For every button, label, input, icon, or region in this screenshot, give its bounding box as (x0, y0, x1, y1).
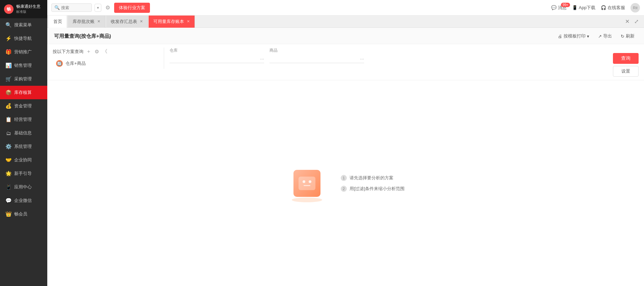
query-button[interactable]: 查询 (613, 53, 639, 64)
sidebar-item-marketing[interactable]: 🎁营销推广 (0, 45, 47, 59)
shadow-ellipse (292, 198, 322, 202)
edit-scheme-button[interactable]: ⚙ (94, 48, 100, 55)
message-button[interactable]: 💬 消息 99+ (551, 5, 567, 11)
sidebar-label-member: 畅会员 (14, 211, 27, 217)
sidebar-icon-wechat: 💬 (5, 198, 11, 204)
tab-summary[interactable]: 收发存汇总表✕ (106, 16, 148, 28)
sidebar-item-basic[interactable]: 🗂基础信息 (0, 126, 47, 140)
goods-input[interactable] (269, 56, 359, 61)
sidebar-label-newguide: 新手引导 (14, 171, 32, 177)
sidebar-item-newguide[interactable]: 🌟新手引导 (0, 167, 47, 180)
sidebar-label-finance: 资金管理 (14, 103, 32, 109)
topbar-dropdown[interactable]: ▾ (95, 4, 101, 12)
query-scheme-col: 按以下方案查询 ＋ ⚙ 《 🔄仓库+商品 (53, 48, 164, 69)
settings-button[interactable]: 设置 (613, 66, 639, 77)
sidebar-label-basic: 基础信息 (14, 130, 32, 136)
sidebar-logo: 畅 (4, 4, 14, 14)
scheme-label: 按以下方案查询 (53, 49, 83, 55)
main-area: 🔍 ▾ ⚙ 体验行业方案 💬 消息 99+ 📱 App下载 🎧 在线客服 Rit (47, 0, 644, 286)
sidebar-label-marketing: 营销推广 (14, 49, 32, 55)
scheme-item-warehouse_goods[interactable]: 🔄仓库+商品 (53, 58, 160, 69)
sidebar-icon-marketing: 🎁 (5, 49, 11, 55)
query-actions: 查询 设置 (609, 48, 639, 77)
message-icon: 💬 (551, 5, 557, 10)
sidebar-label-inventory: 库存核算 (14, 89, 32, 96)
refresh-button[interactable]: ↻ 刷新 (618, 32, 637, 41)
sidebar-item-appcenter[interactable]: 📱应用中心 (0, 180, 47, 194)
page-title: 可用量查询(按仓库+商品) (54, 33, 111, 40)
sidebar-item-sales[interactable]: 📊销售管理 (0, 59, 47, 72)
tab-close-available[interactable]: ✕ (187, 19, 190, 24)
sidebar-label-enterprise: 企业协同 (14, 157, 32, 163)
sidebar-label-sales: 销售管理 (14, 62, 32, 69)
chevron-down-icon: ▾ (587, 34, 589, 39)
sidebar-item-enterprise[interactable]: 🤝企业协同 (0, 153, 47, 167)
sidebar-brand: 畅康通好生意 标准版 (16, 4, 41, 14)
topbar-search-box[interactable]: 🔍 (51, 3, 92, 12)
warehouse-more-button[interactable]: ··· (260, 56, 264, 61)
sidebar-item-shortcut[interactable]: ⚡快捷导航 (0, 32, 47, 45)
goods-label: 商品 (269, 48, 364, 53)
sidebar-scroll: 🔍搜索菜单⚡快捷导航🎁营销推广📊销售管理🛒采购管理📦库存核算💰资金管理📋经营管理… (0, 18, 47, 286)
sidebar-item-member[interactable]: 👑畅会员 (0, 207, 47, 221)
print-button[interactable]: 🖨 按模板打印 ▾ (555, 32, 592, 41)
expand-tab-button[interactable]: ⤢ (633, 18, 640, 25)
sidebar-icon-purchase: 🛒 (5, 76, 11, 82)
message-badge: 99+ (561, 3, 570, 7)
refresh-icon: ↻ (621, 34, 624, 39)
empty-illustration (287, 163, 327, 204)
sidebar-item-finance[interactable]: 💰资金管理 (0, 99, 47, 113)
sidebar-item-inventory[interactable]: 📦库存核算 (0, 86, 47, 99)
sidebar-icon-finance: 💰 (5, 103, 11, 109)
settings-icon[interactable]: ⚙ (104, 3, 111, 12)
search-input[interactable] (61, 5, 88, 10)
sidebar-icon-shortcut: ⚡ (5, 35, 11, 42)
step-2-circle: 2 (341, 186, 347, 192)
query-fields-col: 仓库 ··· 商品 ··· (164, 48, 609, 77)
warehouse-input[interactable] (170, 56, 259, 61)
step-1-circle: 1 (341, 175, 347, 181)
close-tab-button[interactable]: ✕ (624, 18, 631, 25)
app-download-button[interactable]: 📱 App下载 (572, 5, 595, 11)
sidebar-icon-newguide: 🌟 (5, 171, 11, 177)
sidebar-item-system[interactable]: ⚙️系统管理 (0, 140, 47, 153)
robot-eye-left (303, 180, 305, 183)
tab-available[interactable]: 可用量库存账本✕ (149, 16, 195, 28)
avatar[interactable]: Rit (630, 3, 640, 12)
sidebar-label-shortcut: 快捷导航 (14, 35, 32, 42)
goods-input-box[interactable]: ··· (269, 55, 364, 63)
sidebar-item-search[interactable]: 🔍搜索菜单 (0, 18, 47, 32)
tab-close-batch[interactable]: ✕ (97, 19, 100, 24)
topbar: 🔍 ▾ ⚙ 体验行业方案 💬 消息 99+ 📱 App下载 🎧 在线客服 Rit (47, 0, 644, 16)
goods-more-button[interactable]: ··· (360, 56, 364, 61)
tab-batch[interactable]: 库存批次账✕ (68, 16, 105, 28)
page-content: 可用量查询(按仓库+商品) 🖨 按模板打印 ▾ ↗ 导出 ↻ 刷新 (47, 28, 644, 286)
export-button[interactable]: ↗ 导出 (595, 32, 615, 41)
sidebar-label-operation: 经营管理 (14, 116, 32, 123)
export-icon: ↗ (598, 34, 602, 39)
tab-label-summary: 收发存汇总表 (111, 19, 137, 25)
warehouse-field: 仓库 ··· (170, 48, 264, 63)
tab-close-summary[interactable]: ✕ (140, 19, 143, 24)
sidebar-icon-inventory: 📦 (5, 89, 11, 96)
sidebar-item-purchase[interactable]: 🛒采购管理 (0, 72, 47, 86)
warehouse-input-box[interactable]: ··· (170, 55, 264, 63)
tab-home[interactable]: 首页 (49, 16, 67, 28)
scheme-icon-warehouse_goods: 🔄 (56, 60, 63, 67)
industry-solution-button[interactable]: 体验行业方案 (114, 3, 150, 13)
sidebar-label-search: 搜索菜单 (14, 22, 32, 28)
warehouse-label: 仓库 (170, 48, 264, 53)
sidebar-item-wechat[interactable]: 💬企业微信 (0, 194, 47, 207)
sidebar-icon-system: ⚙️ (5, 144, 11, 150)
tab-label-home: 首页 (53, 19, 62, 25)
page-header-actions: 🖨 按模板打印 ▾ ↗ 导出 ↻ 刷新 (555, 32, 637, 41)
sidebar-label-appcenter: 应用中心 (14, 184, 32, 190)
sidebar-label-system: 系统管理 (14, 144, 32, 150)
query-scheme-header: 按以下方案查询 ＋ ⚙ 《 (53, 48, 160, 55)
sidebar-item-operation[interactable]: 📋经营管理 (0, 113, 47, 126)
collapse-scheme-button[interactable]: 《 (102, 48, 108, 55)
sidebar-icon-sales: 📊 (5, 62, 11, 69)
add-scheme-button[interactable]: ＋ (85, 48, 92, 55)
query-panel: 按以下方案查询 ＋ ⚙ 《 🔄仓库+商品 仓库 ··· (47, 44, 644, 80)
online-service-button[interactable]: 🎧 在线客服 (601, 5, 625, 11)
